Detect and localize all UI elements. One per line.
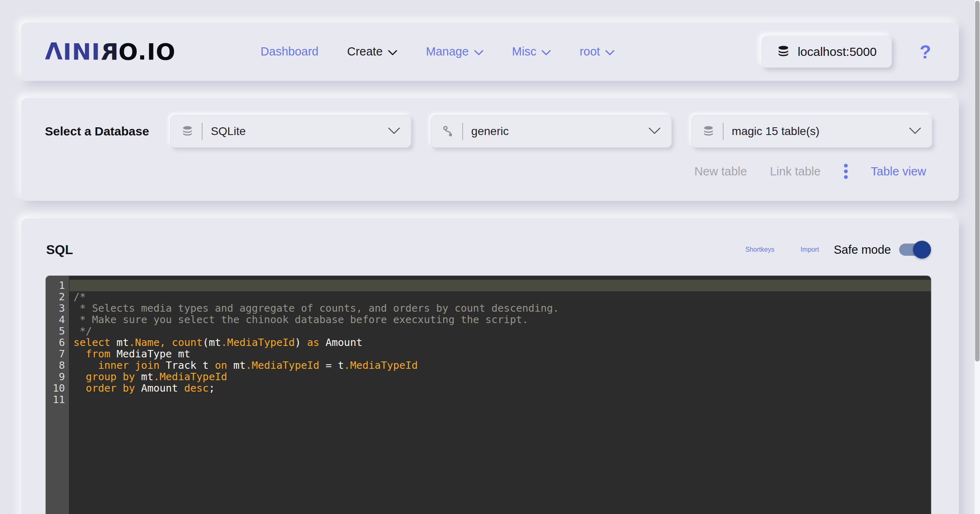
- line-number: 10: [46, 383, 69, 394]
- sql-panel: SQL Shortkeys Import Safe mode 123456789…: [21, 218, 959, 514]
- code-line: */: [69, 326, 931, 337]
- editor-code: /* * Selects media types and aggregate o…: [69, 276, 931, 514]
- safe-mode-toggle[interactable]: [899, 244, 929, 256]
- logo-text-dark: O.IO: [118, 38, 176, 65]
- selected-database-type: SQLite: [211, 125, 246, 138]
- page-scrollbar-track[interactable]: [975, 0, 980, 514]
- database-icon: [702, 125, 715, 137]
- code-line: order by Amount desc;: [69, 383, 931, 394]
- menu-item-create[interactable]: Create: [347, 45, 397, 58]
- menu-item-label: Manage: [426, 45, 469, 58]
- menu-item-manage[interactable]: Manage: [426, 45, 483, 58]
- menu-item-misc[interactable]: Misc: [512, 45, 551, 58]
- code-line: [69, 394, 931, 405]
- server-endpoint-button[interactable]: localhost:5000: [762, 36, 891, 68]
- code-line: * Selects media types and aggregate of c…: [69, 303, 931, 314]
- connection-string-select[interactable]: generic: [431, 115, 672, 148]
- database-icon: [181, 125, 194, 137]
- menu-item-label: Create: [347, 45, 383, 58]
- menu-item-label: root: [579, 45, 600, 58]
- navbar-right: localhost:5000 ?: [762, 36, 935, 68]
- line-number: 1: [46, 280, 69, 291]
- line-number: 3: [46, 303, 69, 314]
- line-number: 5: [46, 326, 69, 337]
- new-table-button[interactable]: New table: [694, 165, 747, 178]
- kebab-menu-icon[interactable]: [844, 164, 848, 179]
- chevron-down-icon: [648, 127, 661, 136]
- code-line: from MediaType mt: [69, 348, 931, 360]
- chevron-down-icon: [388, 127, 400, 136]
- divider: [723, 123, 724, 140]
- safe-mode-label: Safe mode: [834, 243, 891, 257]
- code-line: inner join Track t on mt.MediaTypeId = t…: [69, 360, 931, 371]
- editor-gutter: 1234567891011: [46, 276, 69, 514]
- code-line: group by mt.MediaTypeId: [69, 371, 931, 383]
- logo-text-blue: ΛINI: [45, 38, 100, 65]
- database-type-select[interactable]: SQLite: [170, 115, 411, 148]
- table-actions-row: New table Link table Table view: [694, 162, 926, 180]
- code-line: * Make sure you select the chinook datab…: [69, 314, 931, 326]
- selected-connection: generic: [471, 125, 509, 138]
- code-line: [69, 280, 931, 291]
- line-number: 2: [46, 291, 69, 303]
- ainiro-logo[interactable]: ΛINIRO.IO: [45, 38, 176, 65]
- logo-mirrored-r: R: [100, 38, 118, 65]
- code-line: select mt.Name, count(mt.MediaTypeId) as…: [69, 337, 931, 348]
- chevron-down-icon: [605, 45, 615, 58]
- selected-catalog: magic 15 table(s): [732, 125, 820, 138]
- page-scrollbar-thumb[interactable]: [975, 1, 980, 361]
- divider: [202, 123, 203, 140]
- menu-item-root[interactable]: root: [579, 45, 615, 58]
- line-number: 7: [46, 348, 69, 360]
- link-table-button[interactable]: Link table: [770, 165, 820, 178]
- code-line: /*: [69, 291, 931, 303]
- sql-title: SQL: [46, 242, 73, 257]
- line-number: 6: [46, 337, 69, 348]
- database-icon: [777, 45, 790, 58]
- chevron-down-icon: [474, 45, 483, 58]
- import-link[interactable]: Import: [800, 246, 819, 253]
- chevron-down-icon: [909, 127, 921, 136]
- help-icon[interactable]: ?: [920, 41, 931, 63]
- connection-icon: [442, 125, 454, 137]
- menu-item-dashboard[interactable]: Dashboard: [261, 45, 318, 58]
- database-selector-row: Select a Database SQLite: [45, 115, 932, 148]
- server-endpoint-label: localhost:5000: [797, 45, 876, 59]
- divider: [462, 123, 463, 140]
- shortkeys-link[interactable]: Shortkeys: [745, 246, 774, 253]
- table-view-button[interactable]: Table view: [871, 165, 926, 178]
- select-database-label: Select a Database: [45, 124, 149, 138]
- line-number: 9: [46, 371, 69, 383]
- line-number: 8: [46, 360, 69, 371]
- line-number: 4: [46, 314, 69, 326]
- top-navbar: ΛINIRO.IO Dashboard Create Manage Misc r…: [21, 22, 959, 81]
- chevron-down-icon: [388, 45, 397, 58]
- safe-mode-control: Safe mode: [834, 243, 932, 257]
- menu-item-label: Misc: [512, 45, 537, 58]
- sql-code-editor[interactable]: 1234567891011 /* * Selects media types a…: [46, 276, 931, 514]
- menu-item-label: Dashboard: [261, 45, 318, 58]
- database-panel: Select a Database SQLite: [21, 98, 959, 201]
- line-number: 11: [46, 394, 69, 405]
- catalog-select[interactable]: magic 15 table(s): [691, 115, 932, 148]
- sql-panel-header: SQL Shortkeys Import Safe mode: [46, 240, 932, 259]
- toggle-thumb: [913, 241, 931, 259]
- main-menu: Dashboard Create Manage Misc root: [261, 45, 615, 58]
- chevron-down-icon: [541, 45, 551, 58]
